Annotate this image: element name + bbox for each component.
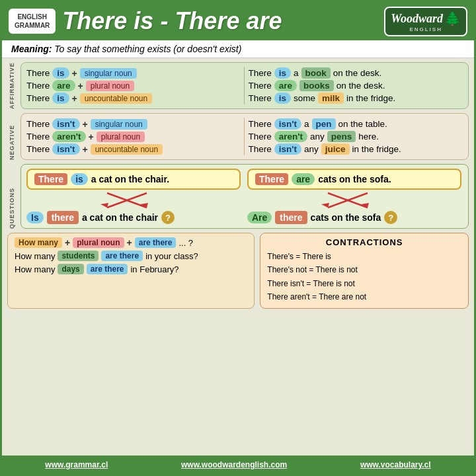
q-question-left: Is there a cat on the chair ? [26, 211, 241, 224]
aff-are-2: are [52, 80, 75, 91]
aff-there-1: There [26, 68, 50, 78]
q-left: There is a cat on the chair. [26, 169, 241, 224]
q-statement-left: There is a cat on the chair. [26, 169, 241, 190]
neg-ex-any-2: any [310, 132, 325, 141]
hm-arethere-3: are there [87, 264, 128, 274]
contraction-item-1: There's = There is [267, 250, 461, 263]
neg-there-1: There [26, 119, 50, 129]
neg-isnt-1: isn't [52, 118, 79, 130]
aff-is-1: is [52, 67, 69, 79]
q-is-stmt-left: is [71, 173, 88, 185]
q-stmt-left-text: a cat on the chair. [91, 174, 169, 184]
q-mark-right: ? [384, 211, 397, 224]
affirmative-wrapper: AFFIRMATIVE There is + singular noun The… [7, 62, 469, 109]
contractions-title: CONTRACTIONS [267, 237, 461, 247]
neg-there-2: There [26, 132, 50, 141]
meaning-text-content: To say that something exists (or doesn't… [54, 44, 241, 54]
section-divider [244, 67, 245, 104]
logo-sub: ENGLISH [391, 26, 461, 32]
badge-line2: GRAMMAR [15, 21, 50, 30]
logo-brand: Woodward [391, 13, 443, 24]
hm-arethere-1: are there [135, 237, 177, 248]
neg-ex-pen: pen [312, 118, 336, 130]
neg-arent-2: aren't [52, 131, 85, 142]
q-are-right: Are [247, 212, 272, 223]
negative-right: There isn't a pen on the table. There ar… [249, 118, 462, 155]
negative-inner: There isn't + singular noun There aren't… [26, 118, 461, 155]
neg-ex-3: There isn't any juice in the fridge. [249, 143, 462, 155]
meaning-bar: Meaning: To say that something exists (o… [2, 40, 474, 58]
q-there-right: there [275, 211, 307, 224]
footer-link-3[interactable]: www.vocabulary.cl [360, 460, 431, 469]
questions-inner: There is a cat on the chair. [26, 169, 461, 224]
questions-wrapper: QUESTIONS There is a cat on the chair. [7, 164, 469, 229]
neg-ex-arent-2: aren't [274, 131, 307, 142]
questions-label: QUESTIONS [7, 164, 17, 229]
ex-some: some [294, 93, 315, 103]
hm-plus-1a: + [65, 237, 70, 248]
ex-books: books [299, 80, 334, 91]
aff-there-3: There [26, 93, 50, 103]
neg-isnt-3: isn't [52, 143, 79, 155]
meaning-label: Meaning: [11, 44, 52, 54]
hm-dots-1: ... ? [178, 238, 193, 248]
ex-end-1: on the desk. [333, 68, 382, 78]
hm-text-2: in your class? [145, 251, 198, 261]
footer-link-2[interactable]: www.woodwardenglish.com [181, 460, 287, 469]
bottom-row: How many + plural noun + are there ... ?… [7, 233, 469, 309]
hm-arethere-2: are there [101, 251, 143, 261]
neg-plus-2: + [89, 132, 94, 142]
neg-ex-end-3: in the fridge. [352, 144, 401, 154]
negative-wrapper: NEGATIVE There isn't + singular noun The… [7, 113, 469, 160]
affirmative-left: There is + singular noun There are + plu… [26, 67, 240, 104]
q-mark-left: ? [161, 211, 175, 224]
affirmative-section: There is + singular noun There are + plu… [20, 62, 469, 109]
aff-plus-2: + [78, 81, 83, 91]
neg-ex-2: There aren't any pens here. [249, 130, 462, 143]
leaf-icon: 🌲 [444, 11, 461, 26]
aff-plus-3: + [72, 93, 77, 104]
neg-ex-there-1: There [249, 119, 272, 129]
svg-marker-6 [321, 203, 329, 208]
q-arrows-left [26, 190, 241, 211]
hm-text-3: in February? [130, 264, 178, 274]
neg-ex-there-3: There [249, 144, 272, 154]
aff-row-1: There is + singular noun [26, 67, 240, 79]
ex-milk: milk [318, 93, 344, 104]
neg-noun-singular: singular noun [91, 119, 147, 130]
contractions-list: There's = There is There's not = There i… [267, 250, 461, 304]
aff-ex-3: There is some milk in the fridge. [249, 92, 462, 104]
aff-noun-plural: plural noun [86, 81, 134, 91]
neg-row-3: There isn't + uncountable noun [26, 143, 240, 155]
ex-is-1: is [274, 67, 291, 79]
aff-there-2: There [26, 81, 50, 91]
neg-ex-a-1: a [304, 119, 309, 129]
affirmative-inner: There is + singular noun There are + plu… [26, 67, 461, 104]
aff-row-3: There is + uncountable noun [26, 92, 240, 104]
neg-divider [244, 118, 245, 155]
neg-row-2: There aren't + plural noun [26, 130, 240, 143]
ex-end-2: on the desk. [337, 81, 385, 91]
logo-box: Woodward 🌲 ENGLISH [384, 7, 467, 36]
ex-book: book [301, 67, 331, 79]
badge-line1: ENGLISH [15, 13, 50, 21]
questions-section: There is a cat on the chair. [20, 164, 469, 229]
affirmative-label: AFFIRMATIVE [7, 62, 17, 109]
footer-link-1[interactable]: www.grammar.cl [45, 460, 108, 469]
grammar-badge: ENGLISH GRAMMAR [9, 9, 56, 34]
q-stmt-right-text: cats on the sofa. [318, 174, 391, 184]
q-text-left: a cat on the chair [82, 212, 158, 223]
aff-noun-singular: singular noun [80, 68, 137, 79]
q-text-right: cats on the sofa [311, 212, 381, 223]
q-statement-right: There are cats on the sofa. [247, 169, 461, 190]
header-title: There is - There are [62, 7, 377, 35]
neg-ex-there-2: There [249, 132, 272, 141]
neg-ex-juice: juice [321, 143, 350, 155]
q-are-stmt-right: are [292, 173, 315, 185]
q-there-stmt-right: There [255, 173, 288, 185]
aff-is-3: is [52, 93, 69, 104]
header: ENGLISH GRAMMAR There is - There are Woo… [2, 2, 474, 40]
hm-row-2: How many students are there in your clas… [15, 251, 247, 261]
neg-ex-any-3: any [304, 144, 319, 154]
neg-plus-1: + [83, 119, 88, 130]
